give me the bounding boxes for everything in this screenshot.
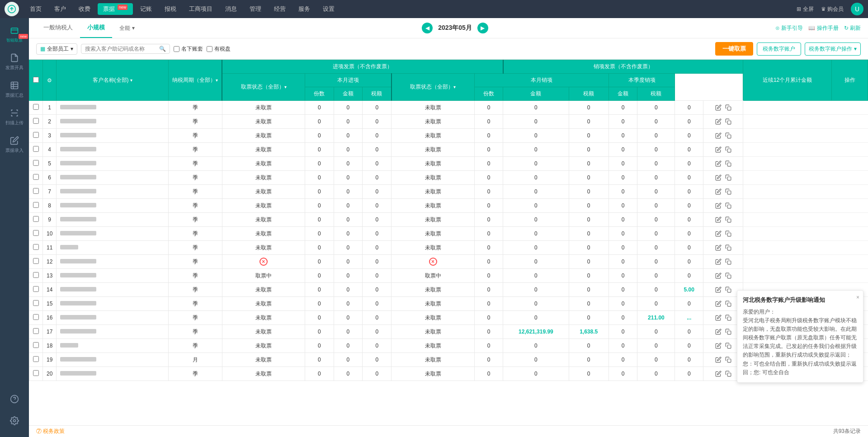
sidebar-bottom-help[interactable]	[6, 390, 23, 408]
edit-btn[interactable]	[714, 244, 722, 252]
manual-btn[interactable]: 📖 操作手册	[808, 24, 838, 32]
row-checkbox[interactable]	[33, 216, 39, 222]
row-checkbox-cell[interactable]	[29, 129, 43, 143]
row-checkbox-cell[interactable]	[29, 339, 43, 353]
edit-btn[interactable]	[714, 132, 722, 140]
copy-btn[interactable]	[724, 174, 732, 182]
edit-btn[interactable]	[714, 356, 722, 364]
employee-filter[interactable]: ▦ 全部员工 ▾	[36, 43, 77, 55]
row-checkbox-cell[interactable]	[29, 255, 43, 269]
copy-btn[interactable]	[724, 202, 732, 210]
copy-btn[interactable]	[724, 356, 732, 364]
row-checkbox-cell[interactable]	[29, 283, 43, 297]
checkbox-account[interactable]: 名下账套	[174, 45, 203, 53]
copy-btn[interactable]	[724, 300, 732, 308]
row-checkbox-cell[interactable]	[29, 157, 43, 171]
nav-business[interactable]: 工商项目	[184, 3, 218, 15]
edit-btn[interactable]	[714, 314, 722, 322]
row-checkbox[interactable]	[33, 160, 39, 166]
prev-month-btn[interactable]: ◀	[422, 23, 433, 33]
sidebar-bottom-settings[interactable]	[6, 412, 23, 430]
row-checkbox-cell[interactable]	[29, 353, 43, 367]
row-checkbox[interactable]	[33, 286, 39, 292]
sidebar-item-invoice[interactable]: 发票开具	[0, 49, 29, 75]
edit-btn[interactable]	[714, 188, 722, 196]
row-checkbox[interactable]	[33, 314, 39, 320]
copy-btn[interactable]	[724, 230, 732, 238]
row-checkbox-cell[interactable]	[29, 143, 43, 157]
member-btn[interactable]: ♛ 购会员	[821, 5, 844, 13]
edit-btn[interactable]	[714, 300, 722, 308]
row-checkbox[interactable]	[33, 174, 39, 180]
edit-btn[interactable]	[714, 174, 722, 182]
edit-btn[interactable]	[714, 286, 722, 294]
row-checkbox[interactable]	[33, 188, 39, 194]
row-checkbox-cell[interactable]	[29, 269, 43, 283]
edit-btn[interactable]	[714, 160, 722, 168]
row-checkbox-cell[interactable]	[29, 171, 43, 185]
digital-account-btn[interactable]: 税务数字账户	[757, 42, 801, 56]
one-click-ticket-btn[interactable]: 一键取票	[715, 42, 753, 56]
copy-btn[interactable]	[724, 146, 732, 154]
guide-btn[interactable]: ⊙ 新手引导	[775, 24, 803, 32]
edit-btn[interactable]	[714, 117, 722, 126]
tab-general-taxpayer[interactable]: 一般纳税人	[36, 18, 80, 38]
copy-btn[interactable]	[724, 342, 732, 350]
taxdisk-checkbox[interactable]	[207, 46, 212, 52]
sidebar-item-summary[interactable]: 票据汇总	[0, 76, 29, 102]
user-avatar[interactable]: U	[851, 3, 863, 15]
row-checkbox-cell[interactable]	[29, 241, 43, 255]
nav-service[interactable]: 服务	[293, 3, 316, 15]
nav-operations[interactable]: 经营	[269, 3, 291, 15]
copy-btn[interactable]	[724, 328, 732, 336]
copy-btn[interactable]	[724, 117, 732, 126]
account-checkbox[interactable]	[174, 46, 179, 52]
row-checkbox[interactable]	[33, 104, 39, 110]
sidebar-item-scan[interactable]: 扫描上传	[0, 104, 29, 130]
settings-icon[interactable]: ⚙	[47, 77, 52, 84]
copy-btn[interactable]	[724, 370, 732, 378]
row-checkbox[interactable]	[33, 146, 39, 152]
row-checkbox[interactable]	[33, 356, 39, 362]
nav-ticket[interactable]: 票据 new	[98, 3, 133, 15]
row-checkbox[interactable]	[33, 258, 39, 264]
row-checkbox-cell[interactable]	[29, 101, 43, 115]
checkbox-taxdisk[interactable]: 有税盘	[207, 45, 231, 53]
tax-policy-link[interactable]: ⑦ 税务政策	[36, 428, 65, 435]
edit-btn[interactable]	[714, 216, 722, 224]
row-checkbox-cell[interactable]	[29, 213, 43, 227]
row-checkbox-cell[interactable]	[29, 185, 43, 199]
copy-btn[interactable]	[724, 160, 732, 168]
nav-home[interactable]: 首页	[24, 3, 47, 15]
copy-btn[interactable]	[724, 314, 732, 322]
copy-btn[interactable]	[724, 286, 732, 294]
fullscreen-btn[interactable]: ⊞ 全屏	[797, 5, 813, 13]
row-checkbox[interactable]	[33, 230, 39, 236]
search-box[interactable]: 🔍	[81, 44, 170, 54]
nav-customer[interactable]: 客户	[49, 3, 71, 15]
row-checkbox-cell[interactable]	[29, 367, 43, 381]
row-checkbox[interactable]	[33, 132, 39, 138]
row-checkbox-cell[interactable]	[29, 115, 43, 129]
sidebar-item-entry[interactable]: 票据录入	[0, 132, 29, 157]
nav-tax[interactable]: 报税	[159, 3, 182, 15]
row-checkbox-cell[interactable]	[29, 297, 43, 311]
edit-btn[interactable]	[714, 342, 722, 350]
row-checkbox[interactable]	[33, 370, 39, 376]
nav-accounting[interactable]: 记账	[135, 3, 157, 15]
row-checkbox[interactable]	[33, 244, 39, 250]
tab-small-scale[interactable]: 小规模	[80, 18, 112, 38]
copy-btn[interactable]	[724, 272, 732, 280]
row-checkbox-cell[interactable]	[29, 311, 43, 325]
nav-fee[interactable]: 收费	[73, 3, 96, 15]
edit-btn[interactable]	[714, 272, 722, 280]
logo[interactable]	[5, 2, 19, 16]
edit-btn[interactable]	[714, 370, 722, 378]
edit-btn[interactable]	[714, 202, 722, 210]
copy-btn[interactable]	[724, 103, 732, 112]
digital-account-ops-btn[interactable]: 税务数字账户操作 ▾	[805, 42, 861, 56]
row-checkbox[interactable]	[33, 328, 39, 334]
copy-btn[interactable]	[724, 258, 732, 266]
edit-btn[interactable]	[714, 146, 722, 154]
refresh-btn[interactable]: ↻ 刷新	[844, 24, 861, 32]
